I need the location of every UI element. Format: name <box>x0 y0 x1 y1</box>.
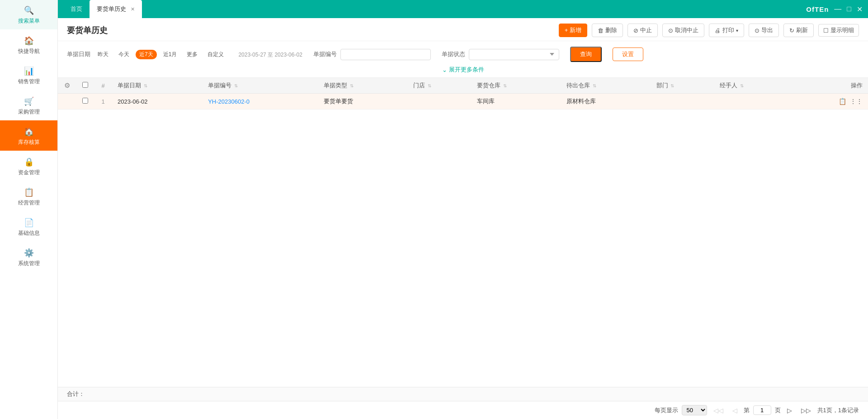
page-first-btn[interactable]: ◁◁ <box>711 406 726 415</box>
window-maximize-btn[interactable]: □ <box>847 5 851 13</box>
sort-icon-dept: ⇅ <box>670 83 674 88</box>
sidebar-item-basic-info[interactable]: 📄 基础信息 <box>0 211 57 242</box>
page-prev-btn[interactable]: ◁ <box>730 406 740 415</box>
sidebar-item-inventory[interactable]: 🏠 库存核算 <box>0 120 57 151</box>
sidebar-item-quick-nav[interactable]: 🏠 快捷导航 <box>0 29 57 60</box>
th-doc-no[interactable]: 单据编号 ⇅ <box>203 78 318 94</box>
status-filter: 单据状态 <box>442 49 559 60</box>
date-range-display: 2023-05-27 至 2023-06-02 <box>238 50 302 59</box>
tab-requisition-history[interactable]: 要货单历史 ✕ <box>90 0 142 18</box>
filter-row-1: 单据日期 昨天 今天 近7天 近1月 更多 自定义 2023-05-27 至 2… <box>67 47 859 62</box>
tab-home[interactable]: 首页 <box>63 0 90 18</box>
pagination-bar: 每页显示 20 50 100 200 ◁◁ ◁ 第 页 ▷ ▷▷ 共1页，1条记… <box>58 401 868 419</box>
date-btn-1month[interactable]: 近1月 <box>160 50 181 59</box>
date-btn-more[interactable]: 更多 <box>183 50 201 59</box>
table-container: ⚙ # 单据日期 ⇅ 单据编号 ⇅ <box>58 78 868 387</box>
page-last-btn[interactable]: ▷▷ <box>798 406 814 415</box>
export-button[interactable]: ⊙ 导出 <box>749 24 779 37</box>
new-button[interactable]: + 新增 <box>559 24 587 37</box>
page-number-input[interactable] <box>753 405 771 415</box>
th-doc-type[interactable]: 单据类型 ⇅ <box>318 78 408 94</box>
stop-button[interactable]: ⊘ 中止 <box>627 24 658 37</box>
status-select[interactable] <box>469 49 559 60</box>
print-button[interactable]: 🖨 打印 ▾ <box>709 24 744 37</box>
th-pending-warehouse[interactable]: 待出仓库 ⇅ <box>561 78 651 94</box>
sort-icon-doc-type: ⇅ <box>350 83 354 88</box>
sidebar-item-label: 快捷导航 <box>18 48 40 55</box>
date-shortcuts: 昨天 今天 近7天 近1月 更多 自定义 <box>94 50 227 59</box>
sidebar-item-label: 基础信息 <box>18 229 40 237</box>
th-req-warehouse[interactable]: 要货仓库 ⇅ <box>472 78 561 94</box>
sidebar-item-label: 库存核算 <box>18 138 40 146</box>
th-doc-date[interactable]: 单据日期 ⇅ <box>112 78 203 94</box>
sidebar-item-label: 搜索菜单 <box>18 17 40 25</box>
setting-button[interactable]: 设置 <box>613 48 643 61</box>
sort-icon-store: ⇅ <box>428 83 431 88</box>
tab-close-icon[interactable]: ✕ <box>131 6 135 12</box>
row-settings <box>58 94 76 110</box>
window-close-btn[interactable]: ✕ <box>857 5 863 14</box>
sidebar-item-finance-mgmt[interactable]: 🔒 资金管理 <box>0 151 57 181</box>
docno-filter-label: 单据编号 <box>313 50 337 58</box>
th-handler[interactable]: 经手人 ⇅ <box>714 78 791 94</box>
table-settings-icon[interactable]: ⚙ <box>58 78 76 94</box>
sidebar-item-ops-mgmt[interactable]: 📋 经营管理 <box>0 181 57 211</box>
sort-icon-pending-wh: ⇅ <box>593 83 596 88</box>
page-title: 要货单历史 <box>67 25 559 36</box>
th-store[interactable]: 门店 ⇅ <box>408 78 472 94</box>
sidebar-item-purchase-mgmt[interactable]: 🛒 采购管理 <box>0 90 57 120</box>
table-row: 1 2023-06-02 YH-20230602-0 要货单要货 车间库 原材料… <box>58 94 868 110</box>
content-area: 要货单历史 + 新增 🗑 删除 ⊘ 中止 ⊙ 取消中止 🖨 打印 <box>58 18 868 419</box>
top-right-controls: OfTEn — □ ✕ <box>806 5 863 14</box>
cart-icon: 🛒 <box>24 96 34 106</box>
row-edit-icon[interactable]: 📋 <box>839 98 846 105</box>
date-btn-yesterday[interactable]: 昨天 <box>94 50 112 59</box>
row-store <box>408 94 472 110</box>
page-next-btn[interactable]: ▷ <box>784 406 795 415</box>
page-size-select[interactable]: 20 50 100 200 <box>682 405 707 415</box>
print-icon: 🖨 <box>715 27 721 34</box>
select-all-checkbox[interactable] <box>82 82 88 88</box>
total-label: 合计： <box>67 390 85 397</box>
sidebar-item-sys-mgmt[interactable]: ⚙️ 系统管理 <box>0 242 57 272</box>
row-checkbox-cell[interactable] <box>76 94 94 110</box>
query-button[interactable]: 查询 <box>570 47 602 62</box>
status-filter-label: 单据状态 <box>442 50 465 58</box>
date-btn-custom[interactable]: 自定义 <box>204 50 227 59</box>
row-more-icon[interactable]: ⋮⋮ <box>850 98 863 105</box>
th-dept[interactable]: 部门 ⇅ <box>651 78 715 94</box>
expand-filter-btn[interactable]: ⌄ 展开更多条件 <box>67 66 859 74</box>
date-btn-7days[interactable]: 近7天 <box>136 50 157 59</box>
sidebar-item-search-menu[interactable]: 🔍 搜索菜单 <box>0 0 57 29</box>
delete-button[interactable]: 🗑 删除 <box>592 24 623 37</box>
inventory-icon: 🏠 <box>24 127 34 137</box>
table-checkbox-header[interactable] <box>76 78 94 94</box>
export-icon: ⊙ <box>755 27 760 34</box>
refresh-button[interactable]: ↻ 刷新 <box>783 24 814 37</box>
cancel-stop-button[interactable]: ⊙ 取消中止 <box>662 24 704 37</box>
date-btn-today[interactable]: 今天 <box>115 50 133 59</box>
page-header: 要货单历史 + 新增 🗑 删除 ⊘ 中止 ⊙ 取消中止 🖨 打印 <box>58 18 868 41</box>
row-checkbox[interactable] <box>82 98 88 104</box>
row-doc-no[interactable]: YH-20230602-0 <box>203 94 318 110</box>
row-dept <box>651 94 715 110</box>
tab-home-label: 首页 <box>71 5 82 13</box>
show-detail-button[interactable]: ☐ 显示明细 <box>818 24 859 37</box>
row-doc-type: 要货单要货 <box>318 94 408 110</box>
print-dropdown-icon: ▾ <box>736 28 738 33</box>
date-filter: 单据日期 昨天 今天 近7天 近1月 更多 自定义 <box>67 50 227 59</box>
doc-no-link[interactable]: YH-20230602-0 <box>208 98 250 105</box>
stop-icon: ⊘ <box>633 27 638 34</box>
th-num: # <box>94 78 112 94</box>
sidebar-item-sales-mgmt[interactable]: 📊 销售管理 <box>0 60 57 90</box>
sidebar-item-label: 经营管理 <box>18 199 40 207</box>
page-label-suffix: 页 <box>775 406 781 414</box>
sort-icon-req-wh: ⇅ <box>503 83 507 88</box>
sort-icon-doc-no: ⇅ <box>234 83 238 88</box>
docno-input[interactable] <box>340 49 431 60</box>
checkbox-icon: ☐ <box>823 27 829 34</box>
window-minimize-btn[interactable]: — <box>834 5 841 13</box>
row-handler <box>714 94 791 110</box>
doc-icon: 📄 <box>24 218 34 228</box>
row-actions: 📋 ⋮⋮ <box>791 94 868 110</box>
